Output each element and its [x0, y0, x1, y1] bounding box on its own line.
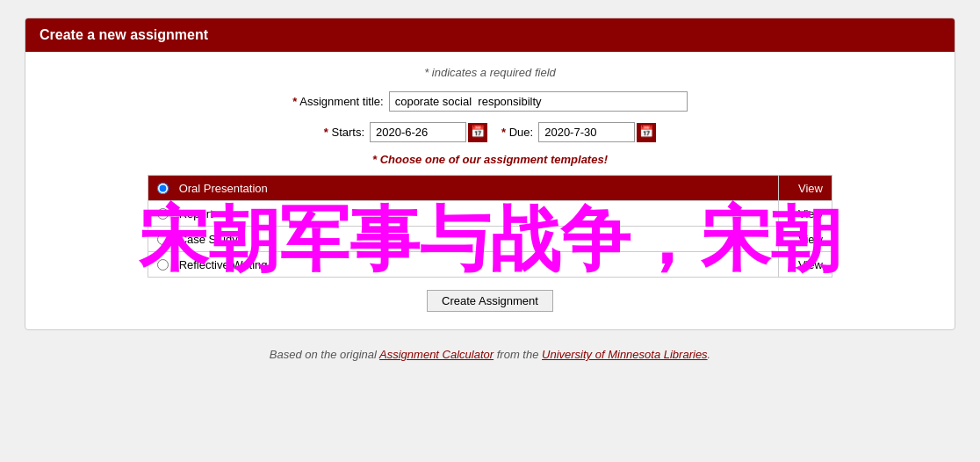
- create-btn-row: Create Assignment: [47, 290, 933, 312]
- assignment-title-input[interactable]: [389, 91, 688, 112]
- template-row-report[interactable]: Report View: [148, 201, 832, 227]
- dates-row: * Starts: * Due:: [47, 122, 933, 142]
- template-radio-reflective-writing[interactable]: [157, 259, 169, 271]
- form-header: Create a new assignment: [25, 18, 955, 52]
- required-star-title: *: [292, 95, 297, 108]
- required-note: * indicates a required field: [47, 66, 933, 79]
- starts-calendar-icon[interactable]: [468, 123, 487, 142]
- footer: Based on the original Assignment Calcula…: [25, 348, 955, 361]
- template-radio-case-study[interactable]: [157, 234, 169, 245]
- starts-input[interactable]: [370, 122, 466, 142]
- form-body: * indicates a required field * Assignmen…: [25, 52, 955, 329]
- template-label-case-study: Case Study: [179, 233, 238, 246]
- starts-group: * Starts:: [324, 122, 487, 142]
- template-view-btn-reflective-writing[interactable]: View: [798, 258, 823, 271]
- assignment-calculator-link[interactable]: Assignment Calculator: [379, 348, 494, 361]
- choose-template-note: * Choose one of our assignment templates…: [47, 153, 933, 166]
- template-view-btn-report[interactable]: View: [798, 207, 823, 220]
- template-row-oral-presentation[interactable]: Oral Presentation View: [148, 176, 832, 201]
- template-radio-report[interactable]: [157, 208, 169, 220]
- template-label-reflective-writing: Reflective Writing: [179, 258, 268, 271]
- template-row-case-study[interactable]: Case Study View: [148, 227, 832, 252]
- starts-label: * Starts:: [324, 126, 364, 139]
- assignment-title-label: * Assignment title:: [292, 95, 383, 108]
- template-label-oral-presentation: Oral Presentation: [179, 182, 268, 195]
- due-group: * Due:: [501, 122, 656, 142]
- due-calendar-icon[interactable]: [637, 123, 656, 142]
- due-label: * Due:: [501, 126, 533, 139]
- template-radio-oral-presentation[interactable]: [157, 183, 169, 194]
- assignment-form-container: Create a new assignment * indicates a re…: [25, 18, 955, 330]
- template-view-btn-case-study[interactable]: View: [798, 233, 823, 246]
- required-star-due: *: [501, 126, 506, 139]
- footer-text-after: .: [708, 348, 711, 361]
- assignment-title-row: * Assignment title:: [47, 91, 933, 112]
- template-label-report: Report: [179, 207, 213, 220]
- templates-table: Oral Presentation View Report View Case …: [148, 175, 832, 278]
- create-assignment-button[interactable]: Create Assignment: [427, 290, 553, 312]
- template-view-btn-oral-presentation[interactable]: View: [798, 182, 823, 195]
- due-input[interactable]: [538, 122, 635, 142]
- footer-text-middle: from the: [494, 348, 542, 361]
- template-row-reflective-writing[interactable]: Reflective Writing View: [148, 252, 832, 278]
- required-star-starts: *: [324, 126, 328, 139]
- university-libraries-link[interactable]: University of Minnesota Libraries: [542, 348, 708, 361]
- footer-text-before: Based on the original: [270, 348, 379, 361]
